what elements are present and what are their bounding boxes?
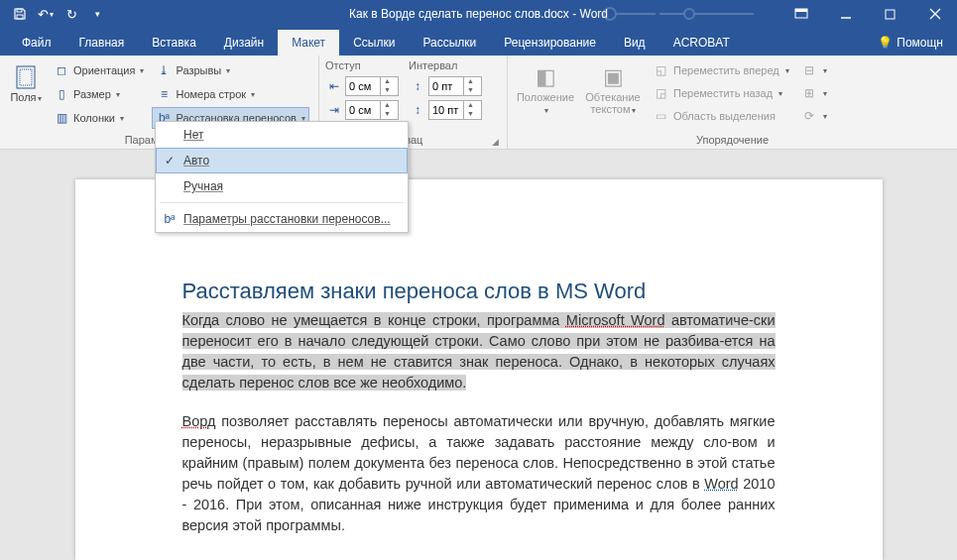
svg-point-2	[604, 8, 616, 20]
margins-button[interactable]: Поля▾	[6, 59, 46, 132]
paragraph-1: Когда слово не умещается в конце строки,…	[182, 310, 776, 393]
paragraph-launcher[interactable]: ◢	[490, 137, 501, 149]
bring-forward-button[interactable]: ◱Переместить вперед▾	[649, 59, 793, 81]
dropdown-separator	[160, 202, 404, 203]
position-label: Положение	[517, 91, 574, 103]
step-up[interactable]: ▲	[464, 77, 477, 86]
send-backward-button[interactable]: ◲Переместить назад▾	[649, 82, 793, 104]
orientation-icon: ◻	[54, 62, 69, 78]
size-icon: ▯	[54, 86, 69, 102]
check-icon: ✓	[165, 154, 175, 168]
maximize-button[interactable]	[868, 0, 912, 28]
tab-insert[interactable]: Вставка	[138, 30, 210, 56]
space-after-row: ↕ ▲▼	[409, 99, 482, 121]
svg-rect-7	[886, 10, 895, 19]
decor	[590, 2, 769, 26]
indent-left-spinner[interactable]: ▲▼	[345, 76, 399, 96]
size-button[interactable]: ▯Размер▾	[50, 83, 148, 105]
rotate-icon: ⟳	[801, 108, 817, 124]
hyph-auto-label: Авто	[183, 154, 209, 168]
orientation-button[interactable]: ◻Ориентация▾	[50, 59, 148, 81]
indent-left-input[interactable]	[346, 80, 380, 92]
selection-pane-label: Область выделения	[673, 110, 776, 122]
breaks-icon: ⤓	[156, 62, 172, 78]
tell-me[interactable]: 💡Помощн	[864, 30, 957, 56]
selection-pane-button[interactable]: ▭Область выделения	[649, 105, 793, 127]
tab-file[interactable]: Файл	[8, 30, 65, 56]
breaks-label: Разрывы	[176, 64, 221, 76]
spacing-sublabel: Интервал	[409, 59, 482, 73]
undo-button[interactable]: ↶▾	[34, 2, 58, 26]
group-arrange: ◧ Положение▾ ▣ Обтекание текстом▾ ◱Перем…	[508, 56, 957, 149]
step-down[interactable]: ▼	[464, 110, 477, 119]
rotate-button[interactable]: ⟳▾	[797, 105, 831, 127]
space-before-row: ↕ ▲▼	[409, 75, 482, 97]
line-numbers-label: Номера строк	[176, 88, 246, 100]
window-controls	[778, 0, 957, 28]
align-button[interactable]: ⊟▾	[797, 59, 831, 81]
close-button[interactable]	[912, 0, 957, 28]
hyphenation-dropdown: Нет ✓Авто Ручная bªПараметры расстановки…	[155, 121, 409, 233]
svg-rect-5	[795, 9, 807, 12]
group-label-arrange: Упорядочение	[514, 132, 951, 149]
tab-view[interactable]: Вид	[610, 30, 659, 56]
margins-icon	[15, 63, 37, 91]
tab-mailings[interactable]: Рассылки	[409, 30, 490, 56]
space-before-spinner[interactable]: ▲▼	[428, 76, 482, 96]
quick-access-toolbar: ↶▾ ↻ ▾	[0, 2, 109, 26]
hyph-none-label: Нет	[183, 128, 203, 142]
tab-review[interactable]: Рецензирование	[490, 30, 610, 56]
document-area[interactable]: Расставляем знаки переноса слов в MS Wor…	[0, 150, 957, 560]
qat-customize-button[interactable]: ▾	[85, 2, 109, 26]
hyphenation-auto[interactable]: ✓Авто	[156, 148, 408, 173]
indent-right-spinner[interactable]: ▲▼	[345, 100, 399, 120]
indent-right-input[interactable]	[346, 104, 380, 116]
space-after-input[interactable]	[429, 104, 463, 116]
bring-forward-label: Переместить вперед	[673, 64, 779, 76]
titlebar: ↶▾ ↻ ▾ Как в Ворде сделать перенос слов.…	[0, 0, 957, 28]
svg-point-3	[684, 9, 694, 19]
line-numbers-button[interactable]: ≡Номера строк▾	[152, 83, 308, 105]
selection-pane-icon: ▭	[653, 108, 668, 124]
tab-acrobat[interactable]: ACROBAT	[659, 30, 744, 56]
orientation-label: Ориентация	[73, 64, 135, 76]
step-up[interactable]: ▲	[464, 101, 477, 110]
size-label: Размер	[73, 88, 111, 100]
hyph-manual-label: Ручная	[183, 179, 223, 193]
indent-right-row: ⇥ ▲▼	[325, 99, 399, 121]
space-before-input[interactable]	[429, 80, 463, 92]
step-down[interactable]: ▼	[381, 110, 394, 119]
save-button[interactable]	[8, 2, 32, 26]
step-up[interactable]: ▲	[381, 77, 394, 86]
svg-rect-9	[20, 69, 32, 85]
step-up[interactable]: ▲	[381, 101, 394, 110]
step-down[interactable]: ▼	[381, 86, 394, 95]
line-numbers-icon: ≡	[156, 86, 172, 102]
hyphenation-manual[interactable]: Ручная	[156, 173, 408, 199]
hyphenation-options[interactable]: bªПараметры расстановки переносов...	[156, 206, 408, 232]
tab-references[interactable]: Ссылки	[339, 30, 409, 56]
tab-home[interactable]: Главная	[65, 30, 139, 56]
space-after-spinner[interactable]: ▲▼	[428, 100, 482, 120]
wrap-button[interactable]: ▣ Обтекание текстом▾	[581, 59, 645, 132]
ribbon: Поля▾ ◻Ориентация▾ ▯Размер▾ ▥Колонки▾ ⤓Р…	[0, 56, 957, 150]
tab-layout[interactable]: Макет	[278, 30, 339, 56]
hyphenation-options-icon: bª	[162, 211, 178, 227]
hyphenation-none[interactable]: Нет	[156, 122, 408, 148]
send-backward-icon: ◲	[653, 85, 668, 101]
minimize-button[interactable]	[823, 0, 868, 28]
document-heading: Расставляем знаки переноса слов в MS Wor…	[182, 279, 776, 304]
indent-right-icon: ⇥	[325, 102, 343, 118]
redo-button[interactable]: ↻	[60, 2, 83, 26]
hyph-options-label: Параметры расстановки переносов...	[183, 212, 391, 226]
help-label: Помощн	[897, 36, 943, 50]
position-icon: ◧	[536, 63, 556, 91]
columns-button[interactable]: ▥Колонки▾	[50, 107, 148, 129]
group-button[interactable]: ⊞▾	[797, 82, 831, 104]
ribbon-tabs: Файл Главная Вставка Дизайн Макет Ссылки…	[0, 28, 957, 56]
position-button[interactable]: ◧ Положение▾	[514, 59, 577, 132]
step-down[interactable]: ▼	[464, 86, 477, 95]
breaks-button[interactable]: ⤓Разрывы▾	[152, 59, 308, 81]
ribbon-display-button[interactable]	[778, 0, 823, 28]
tab-design[interactable]: Дизайн	[210, 30, 278, 56]
